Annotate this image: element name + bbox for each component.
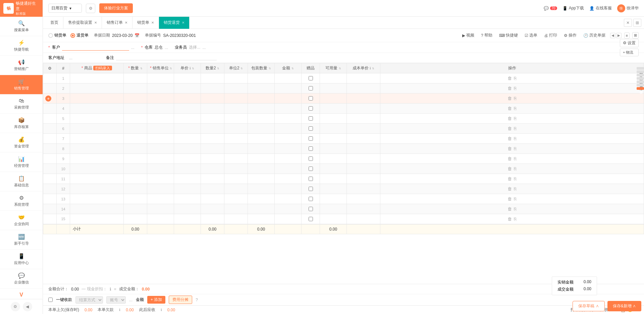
row-quantity[interactable] bbox=[124, 184, 147, 194]
row-amount[interactable] bbox=[275, 214, 302, 224]
row-gift[interactable] bbox=[302, 93, 320, 104]
row-pack-qty[interactable] bbox=[248, 204, 275, 214]
row-available[interactable] bbox=[320, 114, 347, 124]
row-unit2[interactable] bbox=[224, 164, 248, 174]
customer-dots-btn[interactable]: ... bbox=[131, 45, 135, 50]
row-gift[interactable] bbox=[302, 164, 320, 174]
row-price[interactable] bbox=[174, 104, 201, 114]
row-qty2[interactable] bbox=[201, 154, 224, 164]
gift-checkbox[interactable] bbox=[309, 207, 313, 211]
row-qty2[interactable] bbox=[201, 204, 224, 214]
sidebar-item-marketing[interactable]: 📢 营销推广 bbox=[0, 56, 43, 75]
tab-home[interactable]: 首页 bbox=[46, 17, 63, 29]
copy-icon[interactable]: ⎘ bbox=[514, 156, 517, 161]
row-amount[interactable] bbox=[275, 204, 302, 214]
sidebar-item-enterprise[interactable]: 🤝 企业协同 bbox=[0, 211, 43, 230]
row-product[interactable] bbox=[70, 184, 124, 194]
row-price[interactable] bbox=[174, 184, 201, 194]
row-unit[interactable] bbox=[147, 154, 174, 164]
sidebar-item-purchase[interactable]: 🛍 采购管理 bbox=[0, 95, 43, 114]
row-product[interactable] bbox=[70, 144, 124, 154]
tab-close-icon[interactable]: ✕ bbox=[125, 21, 127, 24]
row-cost-price[interactable] bbox=[347, 104, 380, 114]
row-gift[interactable] bbox=[302, 144, 320, 154]
download-btn[interactable]: 📱 App下载 bbox=[562, 5, 584, 11]
sidebar-item-wechat[interactable]: 💬 企业微信 bbox=[0, 269, 43, 289]
product-input[interactable] bbox=[72, 96, 121, 101]
gift-checkbox[interactable] bbox=[309, 116, 313, 121]
row-amount[interactable] bbox=[275, 104, 302, 114]
history-btn[interactable]: 🕐 历史单据 bbox=[581, 32, 607, 39]
row-quantity[interactable] bbox=[124, 214, 147, 224]
sidebar-item-operations[interactable]: 📊 经营管理 bbox=[0, 152, 43, 172]
row-amount[interactable] bbox=[275, 124, 302, 134]
copy-icon[interactable]: ⎘ bbox=[514, 186, 517, 191]
row-amount[interactable] bbox=[275, 73, 302, 83]
tab-close-icon[interactable]: ✕ bbox=[151, 21, 154, 24]
copy-icon[interactable]: ⎘ bbox=[514, 216, 517, 222]
row-qty2[interactable] bbox=[201, 194, 224, 204]
row-available[interactable] bbox=[320, 73, 347, 83]
row-amount[interactable] bbox=[275, 174, 302, 184]
copy-icon[interactable]: ⎘ bbox=[514, 76, 517, 81]
row-price[interactable] bbox=[174, 93, 201, 104]
row-price[interactable] bbox=[174, 154, 201, 164]
row-cost-price[interactable] bbox=[347, 73, 380, 83]
row-pack-qty[interactable] bbox=[248, 214, 275, 224]
row-pack-qty[interactable] bbox=[248, 174, 275, 184]
row-quantity[interactable] bbox=[124, 93, 147, 104]
row-unit[interactable] bbox=[147, 164, 174, 174]
right-panel-btn-6[interactable]: 常用 bbox=[637, 84, 644, 86]
row-cost-price[interactable] bbox=[347, 134, 380, 144]
row-unit2[interactable] bbox=[224, 154, 248, 164]
row-pack-qty[interactable] bbox=[248, 124, 275, 134]
gift-checkbox[interactable] bbox=[309, 156, 313, 161]
row-cost-price[interactable] bbox=[347, 174, 380, 184]
sidebar-item-search[interactable]: 🔍 搜索菜单 bbox=[0, 17, 43, 36]
row-quantity[interactable] bbox=[124, 204, 147, 214]
tab-close-icon[interactable]: ✕ bbox=[94, 21, 97, 24]
row-gift[interactable] bbox=[302, 184, 320, 194]
row-product[interactable] bbox=[70, 194, 124, 204]
row-gift[interactable] bbox=[302, 124, 320, 134]
row-available[interactable] bbox=[320, 194, 347, 204]
delete-icon[interactable]: 🗑 bbox=[507, 106, 512, 111]
row-product[interactable] bbox=[70, 114, 124, 124]
delete-icon[interactable]: 🗑 bbox=[507, 86, 512, 91]
sidebar-item-system[interactable]: ⚙ 系统管理 bbox=[0, 191, 43, 211]
select-btn[interactable]: ☑ 选单 bbox=[523, 32, 539, 39]
settings-side-btn[interactable]: ⚙ 设置 bbox=[620, 39, 639, 47]
row-unit[interactable] bbox=[147, 144, 174, 154]
radio-sales[interactable]: 销货单 bbox=[48, 33, 66, 38]
delete-icon[interactable]: 🗑 bbox=[507, 186, 512, 191]
row-pack-qty[interactable] bbox=[248, 73, 275, 83]
copy-icon[interactable]: ⎘ bbox=[514, 136, 517, 141]
right-panel-btn-3[interactable]: 日志 bbox=[637, 74, 644, 76]
row-price[interactable] bbox=[174, 144, 201, 154]
sidebar-collapse-btn[interactable]: ◀ bbox=[23, 302, 32, 311]
row-qty2[interactable] bbox=[201, 144, 224, 154]
dots-account[interactable]: ... bbox=[129, 298, 132, 302]
user-avatar[interactable]: 徐 徐泽华 bbox=[617, 4, 639, 12]
staff-select[interactable]: 选择... bbox=[189, 45, 200, 50]
tab-price-settings[interactable]: 售价提取设置 ✕ bbox=[63, 17, 102, 29]
row-amount[interactable] bbox=[275, 83, 302, 93]
row-gift[interactable] bbox=[302, 104, 320, 114]
row-unit[interactable] bbox=[147, 83, 174, 93]
row-product[interactable] bbox=[70, 93, 124, 104]
gift-checkbox[interactable] bbox=[309, 136, 313, 141]
row-pack-qty[interactable] bbox=[248, 134, 275, 144]
scan-btn[interactable]: 扫码录入 bbox=[93, 66, 112, 70]
gift-checkbox[interactable] bbox=[309, 187, 313, 191]
row-quantity[interactable] bbox=[124, 124, 147, 134]
row-available[interactable] bbox=[320, 154, 347, 164]
row-unit2[interactable] bbox=[224, 194, 248, 204]
tab-menu-btn[interactable]: ⊞ bbox=[633, 19, 641, 27]
row-unit2[interactable] bbox=[224, 204, 248, 214]
row-unit2[interactable] bbox=[224, 83, 248, 93]
row-unit[interactable] bbox=[147, 134, 174, 144]
message-btn[interactable]: 💬 70 bbox=[544, 6, 557, 11]
delete-icon[interactable]: 🗑 bbox=[507, 76, 512, 81]
sidebar-item-sales[interactable]: 🛒 销售管理 bbox=[0, 75, 43, 95]
row-available[interactable] bbox=[320, 164, 347, 174]
